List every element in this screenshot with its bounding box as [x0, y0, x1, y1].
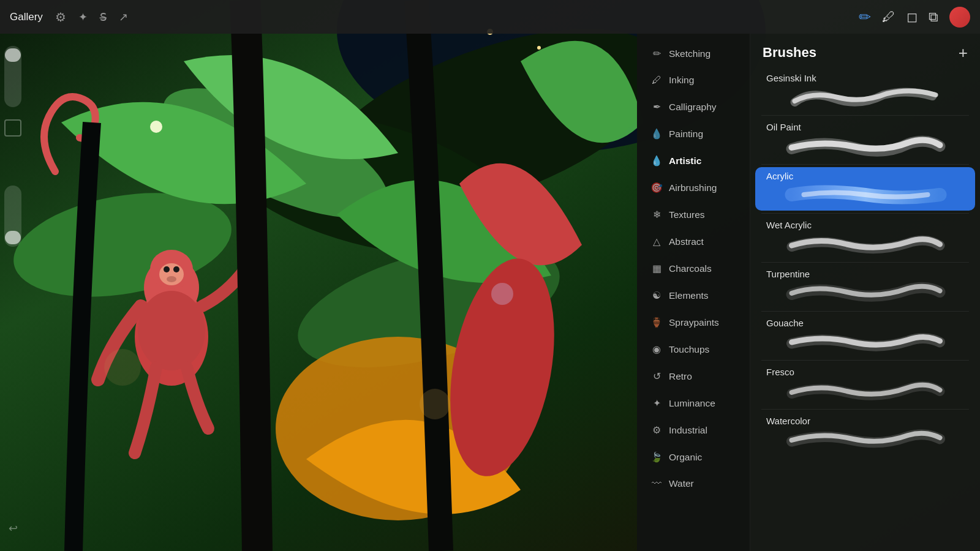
toolbar-right: ✏ 🖊 ◻ ⧉	[859, 7, 970, 28]
brush-item-wet-acrylic[interactable]: Wet Acrylic	[755, 216, 975, 260]
cat-icon-calligraphy: ✒	[650, 101, 663, 113]
top-toolbar: Gallery ⚙ ✦ S̶ ↗ ✏ 🖊 ◻ ⧉	[0, 0, 980, 34]
brush-divider	[761, 409, 969, 410]
brush-item-gesinski-ink[interactable]: Gesinski Ink	[755, 69, 975, 113]
brush-divider	[761, 164, 969, 165]
svg-point-19	[150, 121, 162, 133]
svg-point-22	[420, 389, 450, 419]
cat-icon-spraypaints: 🏺	[650, 317, 663, 328]
add-brush-button[interactable]: +	[959, 45, 968, 61]
cat-icon-artistic: 💧	[650, 155, 663, 167]
checkbox-tool[interactable]	[4, 119, 21, 137]
brush-name-wet-acrylic: Wet Acrylic	[766, 220, 964, 230]
toolbar-left: Gallery ⚙ ✦ S̶ ↗	[10, 10, 844, 24]
cat-icon-elements: ☯	[650, 290, 663, 301]
brushes-list: Brushes + Gesinski Ink Oil Paint Acrylic	[750, 34, 980, 551]
brush-divider	[761, 311, 969, 312]
brush-stroke-acrylic	[766, 184, 964, 206]
arrow-icon[interactable]: ↗	[119, 10, 128, 24]
sidebar-item-touchups[interactable]: ◉ Touchups	[641, 336, 746, 362]
pencil-tool-icon[interactable]: ✏	[859, 9, 871, 26]
cat-label-inking: Inking	[669, 75, 694, 86]
pen-nib-icon[interactable]: 🖊	[882, 9, 895, 25]
sidebar-item-spraypaints[interactable]: 🏺 Spraypaints	[641, 309, 746, 335]
brush-stroke-wet-acrylic	[766, 233, 964, 255]
avatar[interactable]	[949, 7, 970, 28]
category-sidebar: ✏ Sketching 🖊 Inking ✒ Calligraphy 💧 Pai…	[637, 34, 750, 551]
sidebar-item-airbrushing[interactable]: 🎯 Airbrushing	[641, 174, 746, 201]
sidebar-item-organic[interactable]: 🍃 Organic	[641, 444, 746, 470]
sidebar-item-sketching[interactable]: ✏ Sketching	[641, 40, 746, 67]
sidebar-item-calligraphy[interactable]: ✒ Calligraphy	[641, 94, 746, 120]
sidebar-item-retro[interactable]: ↺ Retro	[641, 363, 746, 389]
cat-label-abstract: Abstract	[669, 236, 704, 247]
cat-icon-luminance: ✦	[650, 397, 663, 409]
cat-label-airbrushing: Airbrushing	[669, 182, 717, 193]
brush-item-oil-paint[interactable]: Oil Paint	[755, 118, 975, 162]
sidebar-item-inking[interactable]: 🖊 Inking	[641, 67, 746, 93]
brush-stroke-watercolor	[766, 429, 964, 451]
brush-item-watercolor[interactable]: Watercolor	[755, 412, 975, 455]
brush-item-turpentine[interactable]: Turpentine	[755, 265, 975, 309]
brush-stroke-gouache	[766, 331, 964, 353]
select-icon[interactable]: S̶	[100, 10, 107, 24]
eraser-icon[interactable]: ◻	[907, 9, 918, 25]
brush-item-gouache[interactable]: Gouache	[755, 314, 975, 358]
cat-label-calligraphy: Calligraphy	[669, 102, 717, 113]
sidebar-item-artistic[interactable]: 💧 Artistic	[641, 148, 746, 174]
cat-label-organic: Organic	[669, 452, 702, 463]
gallery-button[interactable]: Gallery	[10, 11, 43, 23]
cat-icon-water: 〰	[650, 478, 663, 489]
brush-item-acrylic[interactable]: Acrylic	[755, 167, 975, 211]
brush-stroke-turpentine	[766, 282, 964, 304]
brush-name-gesinski-ink: Gesinski Ink	[766, 73, 964, 83]
svg-point-16	[138, 291, 205, 370]
size-slider[interactable]	[4, 186, 21, 247]
sidebar-item-industrial[interactable]: ⚙ Industrial	[641, 417, 746, 443]
cat-label-textures: Textures	[669, 209, 705, 220]
cat-label-touchups: Touchups	[669, 344, 709, 355]
undo-button[interactable]: ↩	[2, 518, 23, 539]
cat-icon-charcoals: ▦	[650, 263, 663, 274]
cat-icon-inking: 🖊	[650, 75, 663, 86]
brush-name-fresco: Fresco	[766, 367, 964, 377]
cat-label-artistic: Artistic	[669, 156, 701, 167]
brush-stroke-fresco	[766, 380, 964, 402]
opacity-slider[interactable]	[4, 46, 21, 107]
left-tools: ↩	[0, 34, 26, 551]
brush-divider	[761, 360, 969, 361]
brush-name-gouache: Gouache	[766, 318, 964, 328]
cat-label-retro: Retro	[669, 371, 692, 382]
magic-icon[interactable]: ✦	[78, 10, 88, 24]
cat-icon-airbrushing: 🎯	[650, 182, 663, 193]
sidebar-item-elements[interactable]: ☯ Elements	[641, 282, 746, 309]
cat-icon-sketching: ✏	[650, 48, 663, 59]
sidebar-item-charcoals[interactable]: ▦ Charcoals	[641, 255, 746, 282]
sidebar-item-painting[interactable]: 💧 Painting	[641, 121, 746, 147]
cat-icon-textures: ❄	[650, 209, 663, 220]
svg-point-14	[173, 266, 179, 272]
sidebar-item-textures[interactable]: ❄ Textures	[641, 201, 746, 228]
brushes-header: Brushes +	[750, 34, 980, 68]
wrench-icon[interactable]: ⚙	[55, 10, 66, 24]
brush-name-watercolor: Watercolor	[766, 416, 964, 426]
brush-divider	[761, 262, 969, 263]
svg-point-20	[491, 283, 513, 305]
cat-label-spraypaints: Spraypaints	[669, 317, 719, 328]
cat-label-charcoals: Charcoals	[669, 263, 712, 274]
sidebar-item-luminance[interactable]: ✦ Luminance	[641, 390, 746, 416]
cat-label-painting: Painting	[669, 129, 703, 140]
brushes-panel: ✏ Sketching 🖊 Inking ✒ Calligraphy 💧 Pai…	[637, 34, 980, 551]
cat-icon-organic: 🍃	[650, 451, 663, 463]
layers-icon[interactable]: ⧉	[929, 9, 938, 25]
brush-stroke-gesinski-ink	[766, 86, 964, 108]
cat-label-sketching: Sketching	[669, 48, 710, 59]
cat-label-industrial: Industrial	[669, 425, 707, 436]
cat-label-elements: Elements	[669, 290, 709, 301]
sidebar-item-abstract[interactable]: △ Abstract	[641, 228, 746, 255]
brush-name-oil-paint: Oil Paint	[766, 122, 964, 132]
brush-item-fresco[interactable]: Fresco	[755, 363, 975, 407]
cat-icon-industrial: ⚙	[650, 424, 663, 436]
sidebar-item-water[interactable]: 〰 Water	[641, 471, 746, 497]
brushes-title: Brushes	[763, 45, 816, 61]
